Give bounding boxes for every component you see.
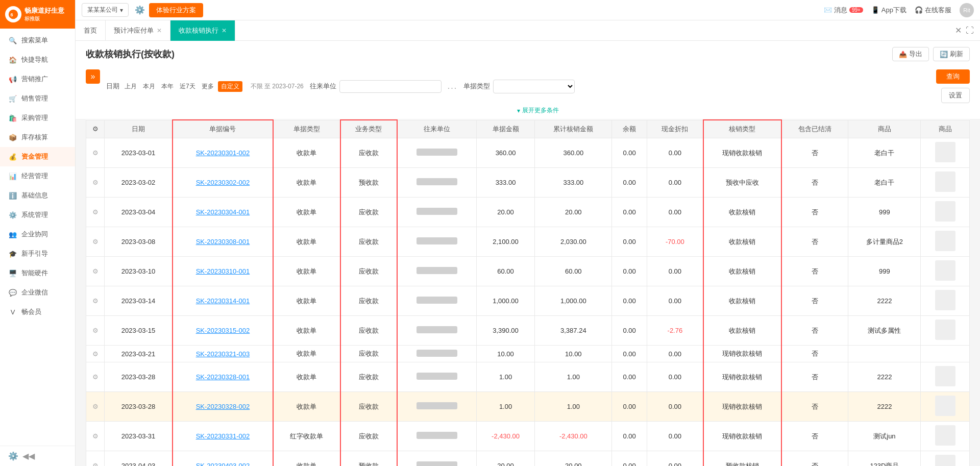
date-btn-custom[interactable]: 自定义 bbox=[218, 81, 242, 92]
row-product1: 老白干 bbox=[848, 138, 921, 168]
sidebar-item-finance[interactable]: 💰 资金管理 bbox=[0, 147, 75, 166]
sidebar-item-system[interactable]: ⚙️ 系统管理 bbox=[0, 205, 75, 225]
col-cancel-amount: 累计核销金额 bbox=[535, 120, 612, 138]
sidebar-collapse-btn[interactable]: ◀◀ bbox=[22, 451, 35, 461]
row-balance: 0.00 bbox=[612, 451, 647, 467]
row-cancel-type: 预收中应收 bbox=[703, 168, 781, 198]
online-service-btn[interactable]: 🎧 在线客服 bbox=[915, 6, 951, 15]
bill-no-link[interactable]: SK-20230331-002 bbox=[196, 432, 250, 440]
sidebar-item-member[interactable]: V 畅会员 bbox=[0, 302, 75, 322]
bill-no-link[interactable]: SK-20230314-001 bbox=[196, 297, 250, 305]
row-cancel-type: 预收款核销 bbox=[703, 451, 781, 467]
tab-close-cancel-exec[interactable]: ✕ bbox=[222, 27, 227, 34]
sidebar-item-collab[interactable]: 👥 企业协同 bbox=[0, 225, 75, 244]
filter-toggle-btn[interactable]: » bbox=[86, 69, 100, 84]
tab-close-prepay[interactable]: ✕ bbox=[157, 27, 162, 34]
sidebar-item-guide[interactable]: 🎓 新手引导 bbox=[0, 244, 75, 263]
row-bill-type: 收款单 bbox=[273, 138, 340, 168]
bill-no-link[interactable]: SK-20230315-002 bbox=[196, 327, 250, 334]
tab-maximize-icon[interactable]: ⛶ bbox=[966, 26, 974, 35]
partner-filter: 往来单位 bbox=[310, 80, 442, 93]
table-row: ⚙ 2023-03-04 SK-20230304-001 收款单 应收款 20.… bbox=[86, 198, 970, 227]
row-gear: ⚙ bbox=[86, 257, 105, 286]
row-date: 2023-03-15 bbox=[105, 316, 173, 346]
bill-no-link[interactable]: SK-20230304-001 bbox=[196, 208, 250, 216]
sidebar-item-operations[interactable]: 📊 经营管理 bbox=[0, 166, 75, 186]
bill-no-link[interactable]: SK-20230321-003 bbox=[196, 350, 250, 358]
query-btn[interactable]: 查询 bbox=[936, 69, 970, 84]
bill-no-link[interactable]: SK-20230310-001 bbox=[196, 267, 250, 275]
company-dropdown[interactable]: 某某某公司 ▾ bbox=[82, 3, 129, 17]
bill-no-link[interactable]: SK-20230301-002 bbox=[196, 149, 250, 157]
tab-close-icon[interactable]: ✕ bbox=[955, 26, 962, 35]
date-btn-7days[interactable]: 近7天 bbox=[178, 81, 198, 92]
row-cash-discount: 0.00 bbox=[647, 346, 703, 362]
bill-no-link[interactable]: SK-20230328-002 bbox=[196, 403, 250, 410]
row-cash-discount: 0.00 bbox=[647, 422, 703, 451]
sidebar-item-inventory[interactable]: 📦 库存核算 bbox=[0, 128, 75, 147]
tab-prepay[interactable]: 预计冲应付单 ✕ bbox=[106, 20, 170, 41]
filter-settings-btn[interactable]: 设置 bbox=[941, 88, 970, 103]
wechat-icon: 💬 bbox=[8, 288, 17, 297]
expand-btn[interactable]: ▾ 展开更多条件 bbox=[517, 106, 559, 115]
box-icon: 📦 bbox=[8, 133, 17, 142]
sidebar-item-marketing[interactable]: 📢 营销推广 bbox=[0, 69, 75, 89]
row-bill-no: SK-20230315-002 bbox=[173, 316, 273, 346]
date-btn-more[interactable]: 更多 bbox=[200, 81, 216, 92]
refresh-btn[interactable]: 🔄 刷新 bbox=[933, 47, 970, 61]
row-biz-type: 应收款 bbox=[340, 227, 397, 257]
row-product2 bbox=[921, 316, 970, 346]
row-biz-type: 预收款 bbox=[340, 168, 397, 198]
row-date: 2023-03-02 bbox=[105, 168, 173, 198]
row-amount: 1.00 bbox=[476, 362, 534, 392]
date-buttons: 上月 本月 本年 近7天 更多 自定义 bbox=[122, 81, 242, 92]
row-bill-type: 收款单 bbox=[273, 257, 340, 286]
row-bill-type: 收款单 bbox=[273, 316, 340, 346]
row-include-settled: 否 bbox=[781, 168, 848, 198]
row-gear: ⚙ bbox=[86, 392, 105, 422]
row-gear: ⚙ bbox=[86, 286, 105, 316]
row-product2 bbox=[921, 198, 970, 227]
export-btn[interactable]: 📤 导出 bbox=[892, 47, 929, 61]
row-bill-type: 收款单 bbox=[273, 451, 340, 467]
single-type-select[interactable] bbox=[493, 80, 575, 93]
row-cancel-amount: 20.00 bbox=[535, 198, 612, 227]
date-btn-this-month[interactable]: 本月 bbox=[141, 81, 157, 92]
partner-input[interactable] bbox=[339, 80, 442, 93]
sidebar-item-hardware[interactable]: 🖥️ 智能硬件 bbox=[0, 263, 75, 283]
row-biz-type: 应收款 bbox=[340, 198, 397, 227]
sidebar-settings-btn[interactable]: ⚙️ bbox=[8, 451, 18, 461]
row-biz-type: 应收款 bbox=[340, 286, 397, 316]
tab-home[interactable]: 首页 bbox=[76, 20, 106, 41]
sidebar-item-search[interactable]: 🔍 搜索菜单 bbox=[0, 31, 75, 50]
row-date: 2023-03-21 bbox=[105, 346, 173, 362]
sidebar-item-sales[interactable]: 🛒 销售管理 bbox=[0, 89, 75, 108]
settings-icon[interactable]: ⚙️ bbox=[135, 5, 145, 15]
app-download-btn[interactable]: 📱 App下载 bbox=[871, 6, 906, 15]
sidebar-item-quicknav[interactable]: 🏠 快捷导航 bbox=[0, 50, 75, 69]
row-cancel-type: 收款核销 bbox=[703, 198, 781, 227]
bill-no-link[interactable]: SK-20230308-001 bbox=[196, 238, 250, 246]
bill-no-link[interactable]: SK-20230302-002 bbox=[196, 179, 250, 186]
tabbar-actions: ✕ ⛶ bbox=[955, 26, 980, 35]
table-row: ⚙ 2023-03-28 SK-20230328-002 收款单 应收款 1.0… bbox=[86, 392, 970, 422]
row-bill-no: SK-20230304-001 bbox=[173, 198, 273, 227]
bill-no-link[interactable]: SK-20230328-001 bbox=[196, 373, 250, 381]
col-settings-icon[interactable]: ⚙ bbox=[92, 125, 99, 133]
tab-cancel-exec[interactable]: 收款核销执行 ✕ bbox=[170, 20, 235, 41]
row-include-settled: 否 bbox=[781, 138, 848, 168]
sidebar-item-basic[interactable]: ℹ️ 基础信息 bbox=[0, 186, 75, 205]
user-avatar[interactable]: Rit bbox=[960, 3, 974, 17]
bill-no-link[interactable]: SK-20230403-002 bbox=[196, 462, 250, 466]
row-cancel-amount: 1.00 bbox=[535, 392, 612, 422]
date-btn-last-month[interactable]: 上月 bbox=[122, 81, 139, 92]
sidebar-item-purchase[interactable]: 🛍️ 采购管理 bbox=[0, 108, 75, 128]
row-balance: 0.00 bbox=[612, 422, 647, 451]
sidebar-item-wechat[interactable]: 💬 企业微信 bbox=[0, 283, 75, 302]
row-bill-type: 收款单 bbox=[273, 168, 340, 198]
messages-btn[interactable]: ✉️ 消息 99+ bbox=[824, 6, 863, 15]
row-cancel-amount: 20.00 bbox=[535, 451, 612, 467]
date-btn-this-year[interactable]: 本年 bbox=[159, 81, 176, 92]
search-icon: 🔍 bbox=[8, 36, 17, 45]
trial-btn[interactable]: 体验行业方案 bbox=[149, 3, 203, 17]
